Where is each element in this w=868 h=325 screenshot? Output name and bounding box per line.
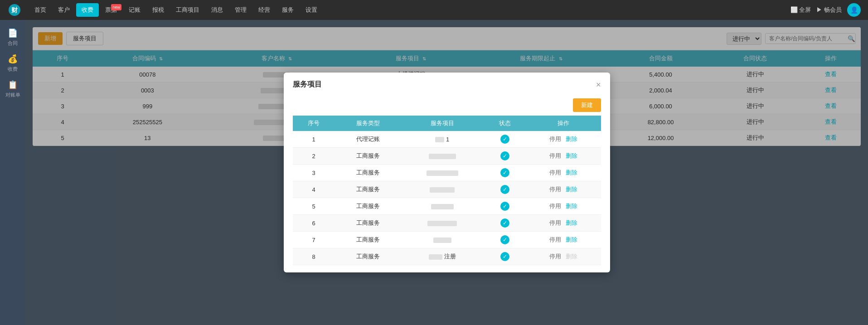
- nav-item-message[interactable]: 消息: [206, 3, 228, 17]
- nav-item-customer[interactable]: 客户: [53, 3, 75, 17]
- dcell-action[interactable]: 停用 删除: [526, 165, 601, 181]
- stop-button[interactable]: 停用: [549, 219, 561, 226]
- dcell-item: 注册: [401, 248, 484, 265]
- dcell-type: 工商服务: [335, 215, 401, 232]
- dcell-type: 工商服务: [335, 198, 401, 215]
- dcell-item: [401, 198, 484, 215]
- delete-button[interactable]: 删除: [566, 236, 577, 243]
- stop-button[interactable]: 停用: [549, 136, 561, 142]
- nav-item-finance[interactable]: 经营: [253, 3, 276, 17]
- dcell-action[interactable]: 停用 删除: [526, 148, 601, 165]
- sidebar-item-statement[interactable]: 📋对账单: [1, 76, 24, 102]
- status-check-icon: ✓: [500, 218, 509, 228]
- delete-button[interactable]: 删除: [566, 169, 577, 176]
- dialog-toolbar: 新建: [284, 95, 610, 116]
- sidebar-item-label-statement: 对账单: [5, 92, 20, 98]
- dcell-item: 1: [401, 131, 484, 148]
- dcell-item: [401, 165, 484, 181]
- status-check-icon: ✓: [500, 135, 509, 144]
- delete-button[interactable]: 删除: [566, 203, 577, 209]
- dcell-item: [401, 215, 484, 232]
- stop-button[interactable]: 停用: [549, 253, 561, 260]
- list-item: 1 代理记账 1 ✓ 停用 删除: [293, 131, 601, 148]
- contract-icon: 📄: [8, 28, 18, 38]
- stop-button[interactable]: 停用: [549, 152, 561, 159]
- delete-button[interactable]: 删除: [566, 136, 577, 142]
- dcell-seq: 6: [293, 215, 335, 232]
- dcell-seq: 5: [293, 198, 335, 215]
- status-check-icon: ✓: [500, 151, 509, 160]
- svg-text:财: 财: [11, 6, 18, 14]
- nav-item-billing[interactable]: 收费: [76, 3, 99, 17]
- service-items-dialog: 服务项目 × 新建 序号 服务类型 服务项目 状态 操作 1: [284, 73, 610, 272]
- delete-button[interactable]: 删除: [566, 152, 577, 159]
- dcell-status: ✓: [484, 165, 526, 181]
- sidebar-item-billing[interactable]: 💰收费: [1, 50, 24, 76]
- nav-item-home[interactable]: 首页: [29, 3, 52, 17]
- list-item: 5 工商服务 ✓ 停用 删除: [293, 198, 601, 215]
- dialog-body[interactable]: 序号 服务类型 服务项目 状态 操作 1 代理记账 1 ✓ 停用 删除: [284, 116, 610, 272]
- dcol-action: 操作: [526, 116, 601, 131]
- dcell-type: 工商服务: [335, 232, 401, 248]
- delete-button[interactable]: 删除: [566, 219, 577, 226]
- nav-item-business[interactable]: 工商项目: [170, 3, 205, 17]
- list-item: 6 工商服务 ✓ 停用 删除: [293, 215, 601, 232]
- dcol-item: 服务项目: [401, 116, 484, 131]
- dcell-status: ✓: [484, 148, 526, 165]
- app-logo: 财: [7, 3, 22, 17]
- dcell-action[interactable]: 停用 删除: [526, 215, 601, 232]
- nav-item-accounts[interactable]: 记账: [123, 3, 146, 17]
- stop-button[interactable]: 停用: [549, 236, 561, 243]
- sidebar: 📄合同💰收费📋对账单: [0, 20, 25, 325]
- nav-item-manage[interactable]: 管理: [229, 3, 252, 17]
- nav-item-service[interactable]: 服务: [276, 3, 299, 17]
- nav-item-invoice[interactable]: 票据new: [100, 3, 122, 17]
- status-check-icon: ✓: [500, 202, 509, 211]
- status-check-icon: ✓: [500, 185, 509, 194]
- fullscreen-btn[interactable]: ⬜ 全屏: [790, 6, 811, 14]
- list-item: 3 工商服务 ✓ 停用 删除: [293, 165, 601, 181]
- sidebar-item-label-contract: 合同: [8, 40, 18, 47]
- list-item: 8 工商服务 注册 ✓ 停用 删除: [293, 248, 601, 265]
- status-check-icon: ✓: [500, 235, 509, 244]
- dcell-seq: 4: [293, 181, 335, 198]
- dcell-seq: 3: [293, 165, 335, 181]
- dcell-type: 代理记账: [335, 131, 401, 148]
- nav-item-settings[interactable]: 设置: [300, 3, 323, 17]
- delete-button[interactable]: 删除: [566, 186, 577, 193]
- dialog-new-button[interactable]: 新建: [573, 98, 601, 112]
- dcell-action[interactable]: 停用 删除: [526, 232, 601, 248]
- dcell-type: 工商服务: [335, 181, 401, 198]
- stop-button[interactable]: 停用: [549, 169, 561, 176]
- stop-button[interactable]: 停用: [549, 203, 561, 209]
- status-check-icon: ✓: [500, 252, 509, 261]
- dcell-action[interactable]: 停用 删除: [526, 181, 601, 198]
- top-nav-right: ⬜ 全屏 ▶ 畅会员 👤: [790, 3, 861, 17]
- dcol-seq: 序号: [293, 116, 335, 131]
- dcell-action[interactable]: 停用 删除: [526, 198, 601, 215]
- member-btn[interactable]: ▶ 畅会员: [816, 6, 842, 14]
- dcol-type: 服务类型: [335, 116, 401, 131]
- stop-button[interactable]: 停用: [549, 186, 561, 193]
- dcell-action[interactable]: 停用 删除: [526, 131, 601, 148]
- list-item: 7 工商服务 ✓ 停用 删除: [293, 232, 601, 248]
- status-check-icon: ✓: [500, 168, 509, 177]
- dcell-status: ✓: [484, 232, 526, 248]
- sidebar-item-label-billing: 收费: [8, 66, 18, 73]
- dialog-header: 服务项目 ×: [284, 73, 610, 95]
- dcell-type: 工商服务: [335, 165, 401, 181]
- delete-button[interactable]: 删除: [566, 253, 577, 260]
- dialog-title: 服务项目: [293, 80, 322, 89]
- dialog-close-button[interactable]: ×: [596, 81, 601, 89]
- dcell-item: [401, 232, 484, 248]
- sidebar-item-contract[interactable]: 📄合同: [1, 24, 24, 50]
- list-item: 4 工商服务 ✓ 停用 删除: [293, 181, 601, 198]
- dcell-seq: 2: [293, 148, 335, 165]
- nav-item-tax[interactable]: 报税: [147, 3, 170, 17]
- dcell-seq: 7: [293, 232, 335, 248]
- avatar[interactable]: 👤: [847, 3, 861, 17]
- dcell-status: ✓: [484, 181, 526, 198]
- billing-icon: 💰: [8, 54, 18, 64]
- modal-overlay: 服务项目 × 新建 序号 服务类型 服务项目 状态 操作 1: [25, 20, 868, 325]
- dcell-action[interactable]: 停用 删除: [526, 248, 601, 265]
